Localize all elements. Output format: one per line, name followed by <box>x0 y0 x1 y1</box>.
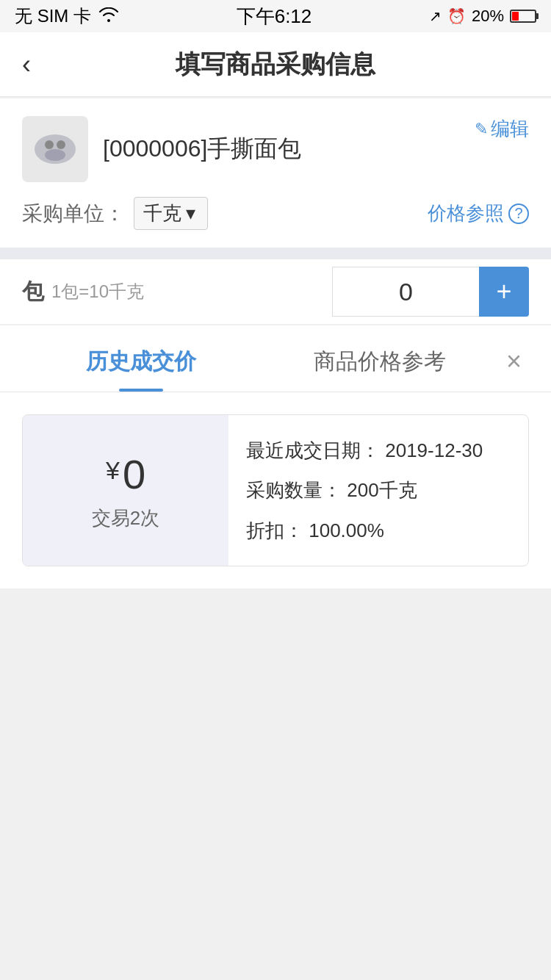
edit-button[interactable]: ✎ 编辑 <box>475 116 529 142</box>
location-icon: ↗ <box>429 7 442 25</box>
tab-bar: 历史成交价 商品价格参考 × <box>0 325 551 392</box>
price-ref-label: 价格参照 <box>428 201 504 226</box>
product-left: [0000006]手撕面包 <box>22 116 301 182</box>
history-card: ¥ 0 交易2次 最近成交日期： 2019-12-30 采购数量： 200千克 … <box>22 414 529 566</box>
history-content: ¥ 0 交易2次 最近成交日期： 2019-12-30 采购数量： 200千克 … <box>0 392 551 588</box>
dropdown-icon: ▾ <box>186 202 195 225</box>
status-time: 下午6:12 <box>237 4 312 29</box>
card-trades: 交易2次 <box>92 505 159 531</box>
card-price: ¥ 0 <box>106 450 145 498</box>
no-sim-label: 无 SIM 卡 <box>15 4 91 28</box>
card-right: 最近成交日期： 2019-12-30 采购数量： 200千克 折扣： 100.0… <box>228 415 528 566</box>
quantity-input[interactable] <box>332 267 479 317</box>
tab-product-price-ref[interactable]: 商品价格参考 <box>260 326 498 392</box>
quantity-label: 采购数量： <box>246 479 342 501</box>
status-bar: 无 SIM 卡 下午6:12 ↗ ⏰ 20% <box>0 0 551 32</box>
help-icon: ? <box>508 203 529 224</box>
quantity-plus-button[interactable]: + <box>479 267 529 317</box>
status-right: ↗ ⏰ 20% <box>429 7 536 26</box>
status-left: 无 SIM 卡 <box>15 4 119 28</box>
nav-bar: ‹ 填写商品采购信息 <box>0 32 551 97</box>
tab-section: 历史成交价 商品价格参考 × ¥ 0 交易2次 最近成交日期： 2019-12-… <box>0 325 551 588</box>
product-header: [0000006]手撕面包 ✎ 编辑 <box>22 116 529 182</box>
product-section: [0000006]手撕面包 ✎ 编辑 采购单位： 千克 ▾ 价格参照 ? <box>0 98 551 248</box>
svg-point-1 <box>45 140 54 149</box>
wifi-icon <box>98 6 119 26</box>
svg-point-3 <box>45 149 65 161</box>
discount-value: 100.00% <box>309 519 384 541</box>
price-ref-button[interactable]: 价格参照 ? <box>428 201 529 226</box>
recent-date-value: 2019-12-30 <box>385 439 483 461</box>
main-content <box>0 588 551 980</box>
alarm-icon: ⏰ <box>447 7 466 25</box>
tab-history-price[interactable]: 历史成交价 <box>22 326 260 392</box>
price-amount: 0 <box>123 450 145 498</box>
discount-label: 折扣： <box>246 519 303 541</box>
price-symbol: ¥ <box>106 456 120 485</box>
quantity-detail-value: 200千克 <box>347 479 417 501</box>
card-left: ¥ 0 交易2次 <box>23 415 228 566</box>
edit-icon: ✎ <box>475 120 488 139</box>
recent-date-row: 最近成交日期： 2019-12-30 <box>246 437 511 464</box>
unit-select[interactable]: 千克 ▾ <box>134 197 208 230</box>
battery-icon <box>510 10 536 23</box>
battery-percent: 20% <box>472 7 504 26</box>
purchase-quantity-row: 采购数量： 200千克 <box>246 477 511 503</box>
unit-row: 采购单位： 千克 ▾ 价格参照 ? <box>22 197 529 230</box>
svg-point-2 <box>57 140 65 149</box>
page-title: 填写商品采购信息 <box>176 48 375 82</box>
product-thumbnail <box>22 116 88 182</box>
back-button[interactable]: ‹ <box>15 42 38 87</box>
edit-label: 编辑 <box>491 116 529 142</box>
recent-date-label: 最近成交日期： <box>246 439 380 461</box>
product-name: [0000006]手撕面包 <box>103 133 301 165</box>
quantity-row: 包 1包=10千克 + <box>0 259 551 324</box>
tab-price-ref-label: 商品价格参考 <box>314 349 446 373</box>
unit-info: 包 1包=10千克 <box>22 277 144 307</box>
section-divider <box>0 248 551 259</box>
quantity-controls: + <box>332 267 529 317</box>
unit-hint: 1包=10千克 <box>51 280 144 303</box>
unit-badge: 包 <box>22 277 44 307</box>
tab-history-label: 历史成交价 <box>86 349 196 373</box>
tab-close-button[interactable]: × <box>499 325 529 392</box>
unit-label: 采购单位： <box>22 200 125 228</box>
discount-row: 折扣： 100.00% <box>246 517 511 544</box>
unit-value: 千克 <box>143 201 181 226</box>
